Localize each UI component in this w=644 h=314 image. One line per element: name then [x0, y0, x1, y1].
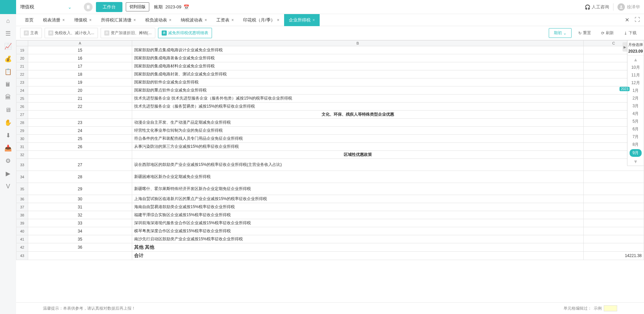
cell-b[interactable]: 新疆困难地区新办企业定期减免企业所得税 [132, 171, 584, 183]
cell-b[interactable]: 技术先进型服务企业（服务贸易类）减按15%的税率征收企业所得税 [132, 103, 584, 111]
cell-b[interactable]: 海南自由贸易港鼓励类企业减按15%税率征收企业所得税 [132, 203, 584, 211]
row-number[interactable]: 30 [16, 135, 28, 143]
month-item[interactable]: 11月 [628, 71, 644, 79]
month-down-arrow[interactable]: ▼ [628, 158, 644, 166]
workbench-button[interactable]: 工作台 [96, 2, 122, 12]
inbox-icon[interactable]: 📥 [5, 145, 11, 151]
month-item[interactable]: 6月 [628, 125, 644, 133]
tab-7[interactable]: 印花税（月/季）× [238, 14, 284, 26]
cell-b[interactable]: 区域性优惠政策 [132, 151, 584, 159]
collapse-right-panel[interactable]: ▶ [623, 42, 627, 52]
cell-b[interactable]: 经营性文化事业单位转制为企业的免征企业所得税 [132, 127, 584, 135]
sub-tab-1[interactable]: 表免税收入、减计收入... [45, 28, 98, 38]
row-number[interactable]: 35 [16, 183, 28, 195]
cell-c[interactable] [584, 227, 644, 235]
cell-a[interactable]: 21 [28, 95, 132, 103]
month-up-arrow[interactable]: ▲ [628, 56, 644, 64]
cell-c[interactable] [584, 243, 644, 252]
cell-a[interactable]: 22 [28, 103, 132, 111]
cell-b[interactable]: 国家鼓励的集成电路装备企业减免企业所得税 [132, 54, 584, 62]
tab-6[interactable]: 工资表× [212, 14, 238, 26]
cell-a[interactable]: 19 [28, 78, 132, 86]
row-number[interactable]: 21 [16, 62, 28, 70]
cell-a[interactable]: 15 [28, 46, 132, 54]
gear-icon[interactable]: ⚙ [5, 158, 11, 164]
cell-b[interactable]: 南沙先行启动区鼓励类产业企业减按15%税率征收企业所得税 [132, 235, 584, 243]
cell-a[interactable]: 36 [28, 243, 132, 252]
month-item[interactable]: 12月 [628, 79, 644, 87]
tab-0[interactable]: 首页 [20, 14, 38, 26]
sheet-scroll[interactable]: A B C 1915国家鼓励的重点集成电路设计企业减免企业所得税2016国家鼓励… [16, 40, 644, 302]
home-icon[interactable]: ⌂ [5, 17, 11, 24]
cell-c[interactable]: 14221.38 [584, 252, 644, 260]
month-item[interactable]: 5月 [628, 118, 644, 125]
cell-a[interactable]: 25 [28, 135, 132, 143]
cell-a[interactable] [28, 151, 132, 159]
row-number[interactable]: 31 [16, 143, 28, 151]
row-number[interactable]: 28 [16, 119, 28, 127]
hand-icon[interactable]: ✋ [5, 119, 11, 126]
doc-icon-button[interactable] [84, 3, 93, 11]
building-icon[interactable]: 🏛 [5, 94, 11, 101]
cell-b[interactable]: 横琴粤奥深度合作区企业减按15%税率征收企业所得税 [132, 227, 584, 235]
month-item[interactable]: 3月 [628, 102, 644, 110]
switch-old-button[interactable]: 切到旧版 [126, 2, 149, 11]
row-number[interactable]: 20 [16, 54, 28, 62]
close-icon[interactable]: × [133, 18, 136, 22]
close-icon[interactable]: × [231, 18, 234, 22]
close-all-icon[interactable]: ✕ [624, 15, 631, 24]
calc-icon[interactable]: 🖩 [5, 81, 11, 88]
cell-a[interactable] [28, 252, 132, 260]
row-number[interactable]: 42 [16, 243, 28, 252]
clipboard-icon[interactable]: 📋 [5, 68, 11, 75]
cell-c[interactable] [584, 183, 644, 195]
sub-tab-3[interactable]: 表减免所得税优惠明细表 [158, 28, 212, 38]
row-number[interactable]: 23 [16, 78, 28, 86]
col-header-a[interactable]: A [28, 41, 132, 46]
cell-b[interactable]: 上海自贸试验区临港新片区的重点产业企业减按15%的税率征收企业所得税 [132, 195, 584, 203]
cell-b[interactable]: 国家鼓励的集成电路材料企业减免企业所得税 [132, 62, 584, 70]
month-item[interactable]: 1月 [628, 87, 644, 95]
cell-a[interactable]: 27 [28, 159, 132, 171]
row-number[interactable]: 34 [16, 171, 28, 183]
cell-c[interactable] [584, 211, 644, 219]
cell-b[interactable]: 深圳前海深港现代服务业合作区企业减按15%税率征收企业所得税 [132, 219, 584, 227]
month-item[interactable]: 9月 [630, 149, 642, 157]
cell-b[interactable]: 技术先进型服务企业 技术先进型服务企业（服务外包类）减按15%的税率征收企业所得… [132, 95, 584, 103]
consult-link[interactable]: 🎧 人工咨询 [585, 4, 609, 10]
cell-b[interactable]: 合计 [132, 252, 584, 260]
cell-b[interactable]: 国家鼓励的集成电路封装、测试企业减免企业所得税 [132, 70, 584, 78]
close-icon[interactable]: × [313, 18, 315, 22]
month-item[interactable]: 2月 [628, 95, 644, 102]
cell-a[interactable]: 24 [28, 127, 132, 135]
cell-a[interactable]: 35 [28, 235, 132, 243]
close-icon[interactable]: × [169, 18, 171, 22]
cell-b[interactable]: 新疆喀什、霍尔果斯特殊经济开发区新办企业定期免征企业所得税 [132, 183, 584, 195]
month-item[interactable]: 8月 [628, 141, 644, 148]
row-number[interactable]: 43 [16, 252, 28, 260]
row-number[interactable]: 40 [16, 227, 28, 235]
cell-b[interactable]: 符合条件的生产和装配伤残人员专门用品企业免征企业所得税 [132, 135, 584, 143]
tab-3[interactable]: 所得税汇算清缴× [96, 14, 141, 26]
month-item[interactable]: 4月 [628, 110, 644, 118]
reset-button[interactable]: ↻ 重置 [575, 28, 594, 38]
tab-1[interactable]: 税表清册× [38, 14, 69, 26]
cell-b[interactable]: 文化、环保、残疾人等特殊类型企业优惠 [132, 111, 584, 119]
play-icon[interactable]: ▶ [5, 170, 11, 177]
sub-tab-2[interactable]: 表资产加速折旧、摊销(... [101, 28, 155, 38]
v-icon[interactable]: V [5, 183, 11, 190]
cell-c[interactable] [584, 195, 644, 203]
close-icon[interactable]: × [89, 18, 92, 22]
screen-icon[interactable]: 🖥 [5, 107, 11, 113]
tab-5[interactable]: 纳税波动表× [176, 14, 212, 26]
close-icon[interactable]: × [205, 18, 207, 22]
tax-type-dropdown[interactable]: 增值税 ⌄ [20, 4, 80, 10]
refresh-button[interactable]: ⟳ 刷新 [598, 28, 617, 38]
download-button[interactable]: ⤓ 下载 [621, 28, 640, 38]
user-info[interactable]: 徐泽华 [613, 3, 640, 11]
cell-a[interactable]: 33 [28, 219, 132, 227]
cell-b[interactable]: 福建平潭综合实验区企业减按15%税率征收企业所得税 [132, 211, 584, 219]
row-number[interactable]: 19 [16, 46, 28, 54]
cell-b[interactable]: 其他 其他 [132, 243, 584, 252]
cell-b[interactable]: 动漫企业自主开发、生产动漫产品定期减免企业所得税 [132, 119, 584, 127]
